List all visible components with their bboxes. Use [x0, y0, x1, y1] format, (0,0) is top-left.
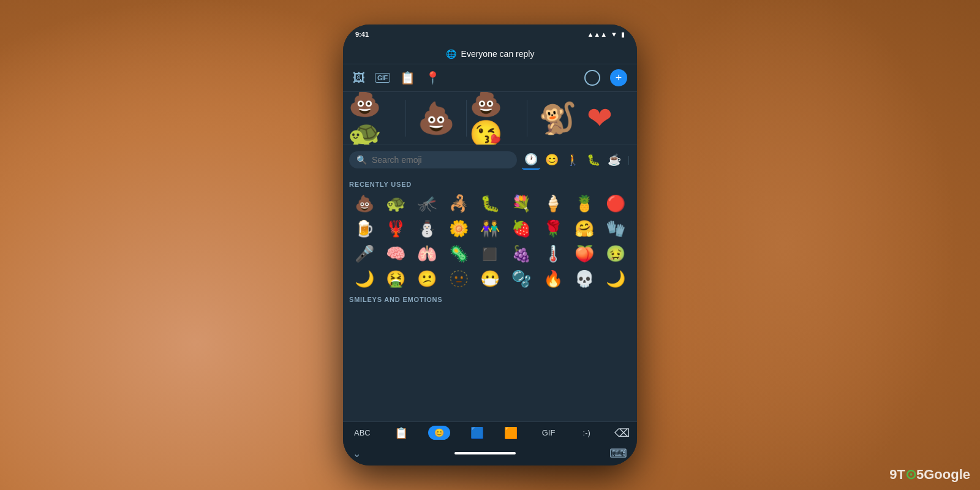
text-emoji-button[interactable]: :-)	[579, 426, 594, 440]
emoji-turtle[interactable]: 🐢	[380, 192, 410, 216]
emoji-grapes[interactable]: 🍇	[507, 242, 537, 266]
search-row: 🔍 🕐 😊 🚶 🐛 ☕ |	[343, 145, 637, 175]
search-box[interactable]: 🔍	[349, 151, 517, 168]
battery-icon: ▮	[621, 31, 625, 39]
emoji-scorpion[interactable]: 🦂	[443, 192, 473, 216]
emoji-bouquet[interactable]: 💐	[507, 192, 537, 216]
keyboard-bar: ABC 📋 😊 🟦 🟧 GIF :-) ⌫	[343, 421, 637, 443]
sticker-divider-3	[527, 100, 527, 137]
emoji-rose[interactable]: 🌹	[538, 217, 568, 241]
emoji-kb-button[interactable]: 😊	[428, 426, 450, 440]
globe-icon: 🌐	[446, 49, 456, 59]
sticker-item-5[interactable]: ❤	[587, 97, 612, 140]
gif-button[interactable]: GIF	[375, 73, 390, 83]
home-indicator	[454, 452, 516, 454]
emoji-mask[interactable]: 😷	[475, 267, 505, 291]
emoji-thermometer[interactable]: 🌡️	[538, 242, 568, 266]
emoji-crescent-moon-2[interactable]: 🌙	[601, 267, 631, 291]
nav-chevron-icon[interactable]: ⌄	[353, 448, 361, 459]
search-input[interactable]	[372, 155, 510, 165]
sticker-kb-icon[interactable]: 🟧	[504, 426, 518, 440]
phone: 9:41 ▲▲▲ ▼ ▮ 🌐 Everyone can reply 🖼 GIF …	[343, 24, 637, 466]
phone-wrapper: 9:41 ▲▲▲ ▼ ▮ 🌐 Everyone can reply 🖼 GIF …	[343, 24, 637, 466]
delete-button[interactable]: ⌫	[614, 426, 630, 440]
add-button[interactable]: +	[610, 69, 627, 86]
category-icons: 🕐 😊 🚶 🐛 ☕ |	[522, 150, 631, 170]
emoji-blossom[interactable]: 🌼	[443, 217, 473, 241]
search-icon: 🔍	[356, 155, 367, 165]
emoji-worm[interactable]: 🐛	[475, 192, 505, 216]
emoji-poop[interactable]: 💩	[349, 192, 379, 216]
emoji-pineapple[interactable]: 🍍	[569, 192, 599, 216]
sticker-item-3[interactable]: 💩😘	[469, 97, 524, 140]
emoji-panel: 💩🐢 💩 💩😘 🐒 ❤	[343, 92, 637, 466]
smileys-label: SMILEYS AND EMOTIONS	[349, 296, 631, 303]
cat-recent-icon[interactable]: 🕐	[522, 150, 540, 170]
emoji-brain[interactable]: 🧠	[380, 242, 410, 266]
emoji-strawberry[interactable]: 🍓	[507, 217, 537, 241]
emoji-bubbles[interactable]: 🫧	[507, 267, 537, 291]
sticker-divider-1	[405, 100, 406, 137]
watermark: 9T⊙5Google	[889, 467, 970, 483]
toolbar: 🖼 GIF 📋 📍 +	[343, 64, 637, 92]
cat-people-icon[interactable]: 🚶	[564, 151, 582, 169]
clipboard-kb-icon[interactable]: 📋	[394, 426, 408, 440]
gif-kb-button[interactable]: GIF	[538, 426, 559, 440]
sticker-item-4[interactable]: 🐒	[530, 97, 585, 140]
sticker-item-1[interactable]: 💩🐢	[348, 97, 403, 140]
emoji-icecream[interactable]: 🍦	[538, 192, 568, 216]
signal-icon: ▲▲▲	[587, 31, 607, 38]
recently-used-grid: 💩 🐢 🦟 🦂 🐛 💐 🍦 🍍 🔴 🍺 🦞 ⛄ 🌼 👫 🍓 🌹	[349, 192, 631, 291]
bitmoji-kb-icon[interactable]: 🟦	[470, 426, 484, 440]
emoji-mosquito[interactable]: 🦟	[412, 192, 442, 216]
circle-icon[interactable]	[584, 70, 600, 86]
location-icon[interactable]: 📍	[425, 70, 440, 85]
emoji-lungs[interactable]: 🫁	[412, 242, 442, 266]
cat-more-icon: |	[626, 155, 631, 165]
emoji-vomiting[interactable]: 🤮	[380, 267, 410, 291]
emoji-fire[interactable]: 🔥	[538, 267, 568, 291]
cat-objects-icon[interactable]: ☕	[605, 151, 624, 169]
emoji-couple[interactable]: 👫	[475, 217, 505, 241]
nav-bar: ⌄ ⌨	[343, 443, 637, 466]
status-bar: 9:41 ▲▲▲ ▼ ▮	[343, 24, 637, 44]
recently-used-label: RECENTLY USED	[349, 181, 631, 188]
sticker-item-2[interactable]: 💩	[409, 97, 464, 140]
emoji-confused[interactable]: 😕	[412, 267, 442, 291]
emoji-red-circle[interactable]: 🔴	[601, 192, 631, 216]
emoji-gloves[interactable]: 🧤	[601, 217, 631, 241]
emoji-nauseated[interactable]: 🤢	[601, 242, 631, 266]
reply-bar: 🌐 Everyone can reply	[343, 44, 637, 64]
emoji-hug[interactable]: 🤗	[569, 217, 599, 241]
emoji-mic[interactable]: 🎤	[349, 242, 379, 266]
watermark-o: ⊙	[905, 467, 916, 482]
status-time: 9:41	[355, 31, 369, 38]
emoji-peach[interactable]: 🍑	[569, 242, 599, 266]
emoji-crescent-moon-1[interactable]: 🌙	[349, 267, 379, 291]
cat-smiley-icon[interactable]: 😊	[543, 151, 561, 169]
emoji-lobster[interactable]: 🦞	[380, 217, 410, 241]
emoji-snowman[interactable]: ⛄	[412, 217, 442, 241]
cat-nature-icon[interactable]: 🐛	[584, 151, 603, 169]
wifi-icon: ▼	[611, 31, 617, 38]
sticker-preview-row: 💩🐢 💩 💩😘 🐒 ❤	[343, 92, 637, 145]
abc-button[interactable]: ABC	[350, 426, 374, 440]
emoji-skull[interactable]: 💀	[569, 267, 599, 291]
status-right: ▲▲▲ ▼ ▮	[587, 31, 625, 39]
emoji-microbe[interactable]: 🦠	[443, 242, 473, 266]
keyboard-nav-icon[interactable]: ⌨	[609, 446, 627, 461]
reply-bar-text: Everyone can reply	[461, 49, 535, 59]
emoji-beers[interactable]: 🍺	[349, 217, 379, 241]
image-icon[interactable]: 🖼	[353, 71, 365, 85]
sticker-divider-2	[466, 100, 467, 137]
emoji-dotted-face[interactable]: 🫥	[443, 267, 473, 291]
emoji-content: RECENTLY USED 💩 🐢 🦟 🦂 🐛 💐 🍦 🍍 🔴 🍺 🦞 ⛄ 🌼	[343, 175, 637, 421]
emoji-black-circle[interactable]: ⬛	[475, 242, 505, 266]
note-icon[interactable]: 📋	[400, 70, 415, 85]
